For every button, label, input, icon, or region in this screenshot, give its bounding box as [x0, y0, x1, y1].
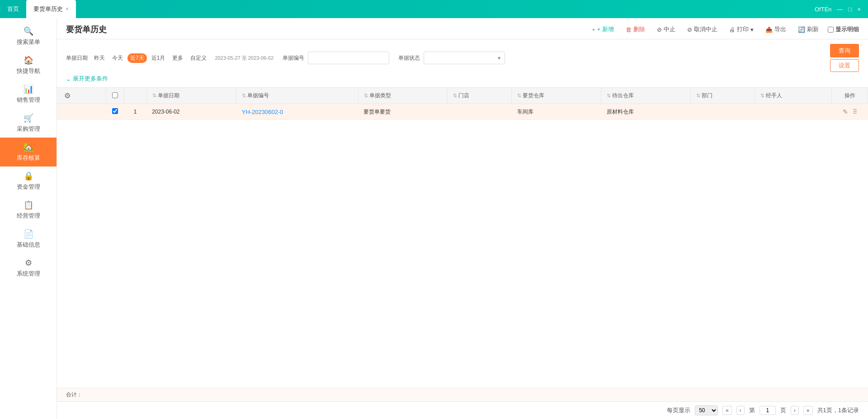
cell-drag	[57, 104, 106, 120]
finance-mgmt-icon: 🔒	[24, 171, 33, 181]
export-icon: 📤	[765, 26, 773, 33]
col-req-warehouse[interactable]: 要货仓库	[512, 88, 601, 104]
col-handler[interactable]: 经手人	[755, 88, 832, 104]
page-header: 要货单历史 + + 新增 🗑 删除 ⊘ 中止 ⊘ 取消中止	[57, 18, 868, 39]
cell-pending-warehouse: 原材料仓库	[601, 104, 691, 120]
col-settings[interactable]: ⚙	[57, 88, 106, 104]
col-dept[interactable]: 部门	[691, 88, 755, 104]
sidebar-item-purchase-mgmt-label: 采购管理	[17, 125, 40, 133]
export-button[interactable]: 📤 导出	[763, 24, 789, 35]
pagination-bar: 每页显示 50 10 20 100 « ‹ 第 页 › » 共1页，1条记录	[57, 401, 868, 419]
filter-row-1: 单据日期 昨天 今天 近7天 近1月 更多 自定义 2023-05-27 至 2…	[66, 44, 859, 72]
next-page-button[interactable]: ›	[791, 406, 799, 415]
purchase-mgmt-icon: 🛒	[24, 113, 33, 123]
stop-button-label: 中止	[664, 25, 675, 33]
cell-num: 1	[124, 104, 146, 120]
ops-mgmt-icon: 📋	[24, 200, 33, 210]
tab-close-icon[interactable]: ×	[66, 6, 69, 12]
footer-total-label: 合计：	[66, 391, 82, 399]
cell-dept	[691, 104, 755, 120]
date-shortcut-7days[interactable]: 近7天	[127, 53, 147, 63]
sidebar-item-quick-nav-label: 快捷导航	[17, 67, 40, 75]
sidebar-item-quick-nav[interactable]: 🏠 快捷导航	[0, 51, 57, 80]
order-number-input[interactable]	[308, 52, 389, 64]
sidebar-item-search-menu[interactable]: 🔍 搜索菜单	[0, 22, 57, 51]
order-number-label: 单据编号	[283, 54, 304, 62]
more-ops-icon[interactable]: ⠿	[852, 107, 858, 116]
data-table: ⚙ 单据日期 单据编号 单据类型 门店 要货仓库 待出仓库 部门 经手人	[57, 88, 868, 120]
sidebar-item-ops-mgmt[interactable]: 📋 经营管理	[0, 195, 57, 224]
new-icon: +	[592, 26, 595, 33]
display-detail-checkbox[interactable]	[828, 27, 834, 33]
sidebar-item-sys-mgmt[interactable]: ⚙ 系统管理	[0, 253, 57, 282]
filter-settings-button[interactable]: 设置	[830, 59, 859, 72]
cell-store	[448, 104, 512, 120]
filter-area: 单据日期 昨天 今天 近7天 近1月 更多 自定义 2023-05-27 至 2…	[57, 39, 868, 88]
table-footer: 合计：	[57, 388, 868, 401]
tab-order-history[interactable]: 要货单历史 ×	[26, 0, 76, 18]
cell-date: 2023-06-02	[146, 104, 236, 120]
sidebar-item-finance-mgmt[interactable]: 🔒 资金管理	[0, 167, 57, 195]
last-page-button[interactable]: »	[803, 406, 813, 415]
col-store[interactable]: 门店	[448, 88, 512, 104]
status-select[interactable]	[424, 52, 505, 64]
page-suffix: 页	[780, 406, 786, 414]
delete-icon: 🗑	[626, 26, 632, 33]
query-button[interactable]: 查询	[830, 44, 859, 57]
per-page-label: 每页显示	[667, 406, 690, 414]
date-shortcut-yesterday[interactable]: 昨天	[91, 53, 108, 63]
export-button-label: 导出	[774, 25, 786, 33]
cell-req-warehouse: 车间库	[512, 104, 601, 120]
new-button-label: + 新增	[597, 25, 614, 33]
col-pending-warehouse[interactable]: 待出仓库	[601, 88, 691, 104]
date-shortcut-1month[interactable]: 近1月	[149, 53, 168, 63]
minimize-button[interactable]: —	[837, 6, 843, 13]
sidebar-item-base-info-label: 基础信息	[17, 241, 40, 249]
expand-more-button[interactable]: ⌄ 展开更多条件	[66, 75, 859, 83]
quick-nav-icon: 🏠	[24, 55, 33, 65]
display-detail-toggle[interactable]: 显示明细	[828, 25, 859, 33]
print-button[interactable]: 🖨 打印 ▾	[726, 24, 756, 35]
page-number-input[interactable]	[760, 406, 776, 415]
row-checkbox[interactable]	[112, 108, 118, 114]
total-info: 共1页，1条记录	[817, 406, 859, 414]
col-date[interactable]: 单据日期	[146, 88, 236, 104]
sidebar-item-sales-mgmt[interactable]: 📊 销售管理	[0, 80, 57, 109]
sales-mgmt-icon: 📊	[24, 84, 33, 94]
cancel-stop-button-label: 取消中止	[694, 25, 717, 33]
sidebar-item-inventory-calc[interactable]: 🏡 库存核算	[0, 138, 57, 167]
select-all-checkbox[interactable]	[112, 92, 118, 98]
close-button[interactable]: ×	[857, 6, 861, 13]
refresh-button[interactable]: 🔄 刷新	[795, 24, 821, 35]
first-page-button[interactable]: «	[722, 406, 732, 415]
cancel-stop-button[interactable]: ⊘ 取消中止	[684, 24, 720, 35]
date-shortcut-today[interactable]: 今天	[109, 53, 126, 63]
order-number-link[interactable]: YH-20230602-0	[242, 109, 283, 115]
edit-icon[interactable]: ✎	[842, 107, 849, 116]
order-number-filter-group: 单据编号	[283, 52, 389, 64]
date-shortcuts: 昨天 今天 近7天 近1月 更多 自定义	[91, 53, 209, 63]
date-shortcut-custom[interactable]: 自定义	[188, 53, 209, 63]
sidebar-item-sales-mgmt-label: 销售管理	[17, 96, 40, 104]
col-checkbox	[106, 88, 124, 104]
display-detail-label: 显示明细	[835, 25, 859, 33]
sidebar-item-sys-mgmt-label: 系统管理	[17, 270, 40, 278]
date-shortcut-more[interactable]: 更多	[170, 53, 186, 63]
sidebar-item-purchase-mgmt[interactable]: 🛒 采购管理	[0, 109, 57, 138]
col-number[interactable]: 单据编号	[236, 88, 358, 104]
date-range-text: 2023-05-27 至 2023-06-02	[215, 55, 274, 62]
stop-button[interactable]: ⊘ 中止	[654, 24, 678, 35]
table-settings-icon[interactable]: ⚙	[62, 92, 72, 100]
date-filter-group: 单据日期 昨天 今天 近7天 近1月 更多 自定义 2023-05-27 至 2…	[66, 53, 274, 63]
new-button[interactable]: + + 新增	[589, 24, 617, 35]
per-page-select[interactable]: 50 10 20 100	[695, 405, 718, 415]
col-type[interactable]: 单据类型	[358, 88, 448, 104]
sidebar-item-base-info[interactable]: 📄 基础信息	[0, 224, 57, 253]
sidebar-item-finance-mgmt-label: 资金管理	[17, 183, 40, 191]
col-ops: 操作	[832, 88, 868, 104]
tab-home[interactable]: 首页	[0, 0, 26, 18]
maximize-button[interactable]: □	[849, 6, 852, 13]
tab-home-label: 首页	[7, 5, 19, 13]
delete-button[interactable]: 🗑 删除	[623, 24, 648, 35]
prev-page-button[interactable]: ‹	[736, 406, 745, 415]
